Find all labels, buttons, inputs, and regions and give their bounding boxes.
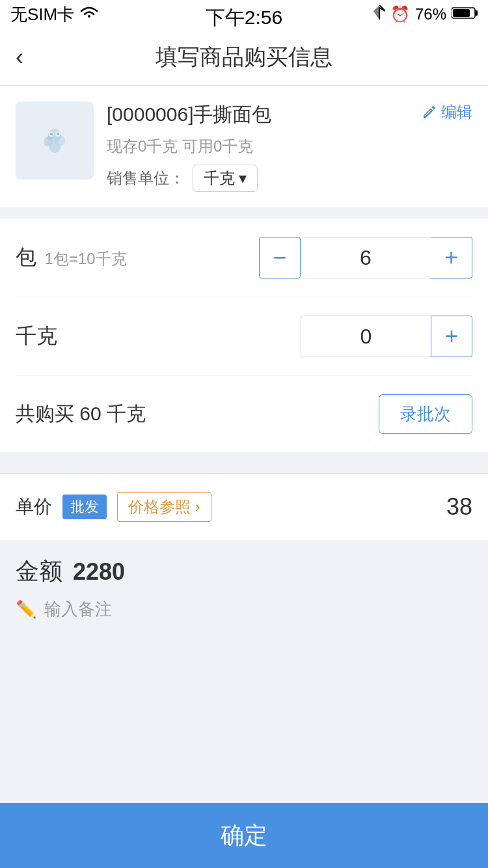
kilogram-quantity-control: + bbox=[301, 316, 472, 357]
kilogram-row: 千克 + bbox=[16, 297, 472, 376]
back-button[interactable]: ‹ bbox=[16, 44, 23, 71]
price-value: 38 bbox=[446, 493, 472, 521]
location-icon bbox=[373, 5, 385, 23]
product-stock: 现存0千克 可用0千克 bbox=[107, 136, 472, 157]
summary-label: 共购买 60 千克 bbox=[16, 401, 146, 427]
package-sublabel: 1包=10千克 bbox=[44, 250, 126, 267]
product-card: [0000006]手撕面包 编辑 现存0千克 可用0千克 销售单位： 千克 ▾ bbox=[0, 86, 488, 208]
amount-label: 金额 bbox=[16, 556, 62, 588]
status-left: 无SIM卡 bbox=[10, 3, 99, 26]
battery-label: 76% bbox=[415, 5, 446, 23]
wifi-icon bbox=[79, 5, 99, 25]
unit-dropdown-icon: ▾ bbox=[239, 169, 247, 187]
svg-rect-1 bbox=[475, 10, 478, 16]
product-name: [0000006]手撕面包 bbox=[107, 102, 271, 128]
section-divider-1 bbox=[0, 208, 488, 219]
bottom-spacer bbox=[0, 636, 488, 803]
unit-select[interactable]: 千克 ▾ bbox=[193, 165, 258, 192]
svg-point-10 bbox=[50, 133, 53, 135]
page-title: 填写商品购买信息 bbox=[156, 42, 332, 72]
price-type-tag: 批发 bbox=[62, 495, 107, 519]
status-time: 下午2:56 bbox=[206, 5, 282, 31]
package-label-group: 包 1包=10千克 bbox=[16, 243, 127, 272]
package-quantity-input[interactable] bbox=[301, 237, 431, 278]
unit-value: 千克 bbox=[204, 168, 235, 189]
price-row: 单价 批发 价格参照 › 38 bbox=[16, 474, 472, 540]
svg-rect-2 bbox=[453, 9, 470, 17]
package-label: 包 bbox=[16, 245, 36, 269]
svg-point-6 bbox=[49, 141, 61, 153]
edit-label: 编辑 bbox=[441, 102, 472, 122]
remark-row[interactable]: ✏️ 输入备注 bbox=[16, 598, 472, 636]
nav-bar: ‹ 填写商品购买信息 bbox=[0, 29, 488, 86]
kilogram-quantity-input[interactable] bbox=[301, 316, 431, 357]
product-unit-row: 销售单位： 千克 ▾ bbox=[107, 165, 472, 192]
battery-icon bbox=[452, 5, 478, 23]
status-bar: 无SIM卡 下午2:56 ⏰ 76% bbox=[0, 0, 488, 29]
confirm-button[interactable]: 确定 bbox=[0, 803, 488, 868]
product-info: [0000006]手撕面包 编辑 现存0千克 可用0千克 销售单位： 千克 ▾ bbox=[107, 102, 472, 192]
section-divider-2 bbox=[0, 452, 488, 463]
amount-row: 金额 2280 bbox=[16, 556, 472, 598]
record-batch-button[interactable]: 录批次 bbox=[379, 394, 472, 434]
edit-button[interactable]: 编辑 bbox=[422, 102, 472, 122]
price-section: 单价 批发 价格参照 › 38 bbox=[0, 473, 488, 540]
summary-row: 共购买 60 千克 录批次 bbox=[16, 376, 472, 452]
alarm-icon: ⏰ bbox=[390, 5, 410, 23]
status-right: ⏰ 76% bbox=[373, 5, 478, 23]
input-section: 包 1包=10千克 − + 千克 + bbox=[0, 219, 488, 376]
kilogram-label: 千克 bbox=[16, 322, 57, 351]
carrier-label: 无SIM卡 bbox=[10, 3, 74, 26]
package-quantity-control: − + bbox=[259, 237, 472, 278]
package-row: 包 1包=10千克 − + bbox=[16, 219, 472, 297]
amount-value: 2280 bbox=[73, 558, 125, 586]
package-minus-button[interactable]: − bbox=[259, 237, 301, 278]
package-plus-button[interactable]: + bbox=[431, 237, 472, 278]
product-image bbox=[16, 102, 94, 180]
remark-icon: ✏️ bbox=[16, 599, 36, 619]
price-reference-button[interactable]: 价格参照 › bbox=[117, 492, 211, 522]
remark-label: 输入备注 bbox=[44, 598, 112, 621]
amount-section: 金额 2280 ✏️ 输入备注 bbox=[0, 540, 488, 636]
kilogram-plus-button[interactable]: + bbox=[431, 316, 472, 357]
unit-label: 销售单位： bbox=[107, 168, 185, 189]
price-label: 单价 bbox=[16, 495, 52, 519]
svg-point-11 bbox=[57, 133, 59, 135]
summary-section: 共购买 60 千克 录批次 bbox=[0, 376, 488, 452]
